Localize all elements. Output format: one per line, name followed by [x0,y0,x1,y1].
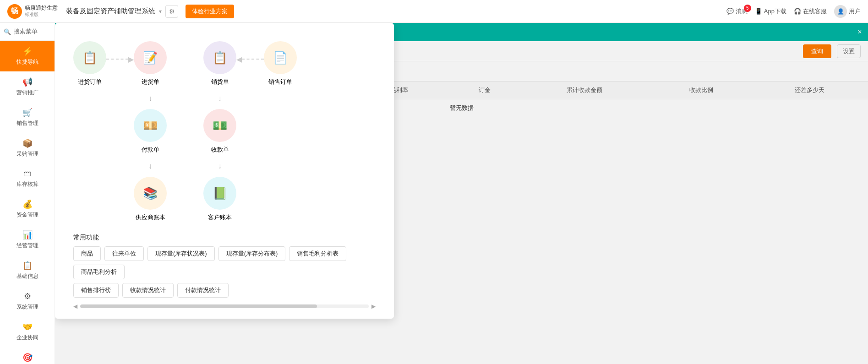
message-item[interactable]: 💬 消息 5 [726,7,748,16]
scroll-right-arrow[interactable]: ▶ [371,303,376,310]
operations-icon: 📊 [22,230,33,240]
flow-circle-purchase-bill: 📝 [134,41,167,74]
system-title-area: 装备及固定资产辅助管理系统 ▾ ⚙ 体验行业方案 [62,5,726,18]
flow-label-customer-ledger: 客户账本 [208,213,232,222]
common-title: 常用功能 [73,234,376,242]
sidebar-item-basic[interactable]: 📋 基础信息 [0,255,55,286]
common-btn-product[interactable]: 商品 [73,246,101,261]
purchase-icon: 📦 [22,138,33,148]
headset-icon: 🎧 [794,8,801,15]
scrollbar-thumb [80,304,317,308]
flow-node-receipt[interactable]: 💵 收款单 [203,104,236,158]
system-title-text: 装备及固定资产辅助管理系统 [66,7,155,16]
header-right: 💬 消息 5 📱 App下载 🎧 在线客服 👤 用户 [726,5,861,18]
common-btn-product-margin[interactable]: 商品毛利分析 [73,265,125,279]
guide-icon: 🎯 [22,353,33,363]
sidebar: 🔍 搜索菜单 ⚡ 快捷导航 📢 营销推广 🛒 销售管理 📦 采购管理 🗃 库存核… [0,23,55,364]
flow-circle-receipt: 💵 [203,109,236,142]
quick-nav-icon: ⚡ [22,46,33,56]
logo-text: 畅康通好生意 [25,5,58,12]
flow-circle-supplier-ledger: 📚 [134,177,167,210]
online-service-item[interactable]: 🎧 在线客服 [794,7,827,16]
sidebar-item-marketing[interactable]: 📢 营销推广 [0,71,55,102]
flow-node-purchase-bill[interactable]: 📝 进货单 [134,37,167,91]
flow-node-sales-order[interactable]: 📄 销售订单 [264,37,297,91]
flow-popup: 📋 进货订单 ▶ 📝 进货单 [55,23,394,319]
common-btn-receipt-stats[interactable]: 收款情况统计 [122,283,174,298]
system-icon: ⚙ [24,291,31,301]
flow-label-supplier-ledger: 供应商账本 [136,213,165,222]
logo-sub: 标准版 [25,11,58,18]
flow-circle-payment: 💴 [134,109,167,142]
flow-label-purchase-bill: 进货单 [142,78,159,86]
flow-circle-sales-bill: 📋 [203,41,236,74]
sidebar-item-label: 系统管理 [16,303,38,311]
common-btn-payment-stats[interactable]: 付款情况统计 [177,283,229,298]
common-buttons-row-1: 商品 往来单位 现存量(库存状况表) 现存量(库存分布表) 销售毛利分析表 商品… [73,246,376,279]
sidebar-item-enterprise[interactable]: 🤝 企业协同 [0,316,55,347]
flow-circle-purchase-order: 📋 [73,41,106,74]
sidebar-item-operations[interactable]: 📊 经营管理 [0,224,55,255]
sidebar-item-label: 采购管理 [16,150,38,158]
main-layout: 🔍 搜索菜单 ⚡ 快捷导航 📢 营销推广 🛒 销售管理 📦 采购管理 🗃 库存核… [0,23,868,364]
flow-node-supplier-ledger[interactable]: 📚 供应商账本 [134,172,167,226]
flow-node-payment[interactable]: 💴 付款单 [134,104,167,158]
chevron-down-icon[interactable]: ▾ [159,8,162,15]
common-btn-stock-status[interactable]: 现存量(库存状况表) [147,246,215,261]
popup-scroll-area: ◀ ▶ [73,303,376,310]
common-buttons-row-2: 销售排行榜 收款情况统计 付款情况统计 [73,283,376,298]
sidebar-item-guide[interactable]: 🎯 新手引导 [0,347,55,364]
message-icon: 💬 [726,8,734,15]
popup-overlay: 📋 进货订单 ▶ 📝 进货单 [55,23,868,364]
search-menu[interactable]: 🔍 搜索菜单 [0,23,55,41]
sidebar-item-label: 营销推广 [16,89,38,97]
sidebar-item-finance[interactable]: 💰 资金管理 [0,194,55,224]
sidebar-item-inventory[interactable]: 🗃 库存核算 [0,163,55,194]
flow-label-purchase-order: 进货订单 [78,78,102,86]
finance-icon: 💰 [22,199,33,209]
basic-icon: 📋 [22,261,33,271]
user-item[interactable]: 👤 用户 [834,5,861,18]
sidebar-item-sales[interactable]: 🛒 销售管理 [0,102,55,133]
inventory-icon: 🗃 [23,169,32,179]
sales-icon: 🛒 [22,108,33,118]
flow-node-sales-bill[interactable]: 📋 销货单 [203,37,236,91]
flow-node-customer-ledger[interactable]: 📗 客户账本 [203,172,236,226]
logo-area: 畅 畅康通好生意 标准版 [7,4,62,19]
message-badge: 5 [744,5,751,12]
sidebar-item-label: 快捷导航 [16,58,38,66]
sidebar-item-label: 资金管理 [16,211,38,219]
avatar: 👤 [834,5,847,18]
scroll-left-arrow[interactable]: ◀ [73,303,77,310]
app-download-item[interactable]: 📱 App下载 [755,7,786,16]
common-btn-sales-margin[interactable]: 销售毛利分析表 [289,246,346,261]
enterprise-icon: 🤝 [22,322,33,332]
download-icon: 📱 [755,8,762,15]
flow-circle-sales-order: 📄 [264,41,297,74]
flow-label-sales-order: 销售订单 [268,78,292,86]
flow-label-receipt: 收款单 [211,146,229,154]
flow-label-payment: 付款单 [142,146,159,154]
experience-button[interactable]: 体验行业方案 [186,5,234,18]
search-icon: 🔍 [4,28,11,35]
common-btn-sales-rank[interactable]: 销售排行榜 [73,283,119,298]
sidebar-item-label: 企业协同 [16,334,38,342]
flow-node-purchase-order[interactable]: 📋 进货订单 [73,37,106,91]
sidebar-item-quick-nav[interactable]: ⚡ 快捷导航 [0,41,55,71]
sidebar-item-purchase[interactable]: 📦 采购管理 [0,133,55,163]
content-area: 首页 销售订单执行表 × × ❓ 帮助 🖨 按模板打印 ▾ 📤 导出 [55,23,868,364]
flow-circle-customer-ledger: 📗 [203,177,236,210]
sidebar-item-system[interactable]: ⚙ 系统管理 [0,286,55,316]
gear-button[interactable]: ⚙ [165,5,178,18]
common-btn-stock-dist[interactable]: 现存量(库存分布表) [218,246,286,261]
sidebar-item-label: 经营管理 [16,242,38,250]
marketing-icon: 📢 [22,77,33,87]
common-btn-partner[interactable]: 往来单位 [104,246,144,261]
search-menu-label: 搜索菜单 [14,27,38,36]
sidebar-item-label: 基础信息 [16,272,38,280]
sidebar-item-label: 库存核算 [16,180,38,188]
sidebar-item-label: 销售管理 [16,120,38,127]
flow-label-sales-bill: 销货单 [211,78,229,86]
logo-icon: 畅 [7,4,22,19]
scrollbar-track[interactable] [80,304,369,308]
